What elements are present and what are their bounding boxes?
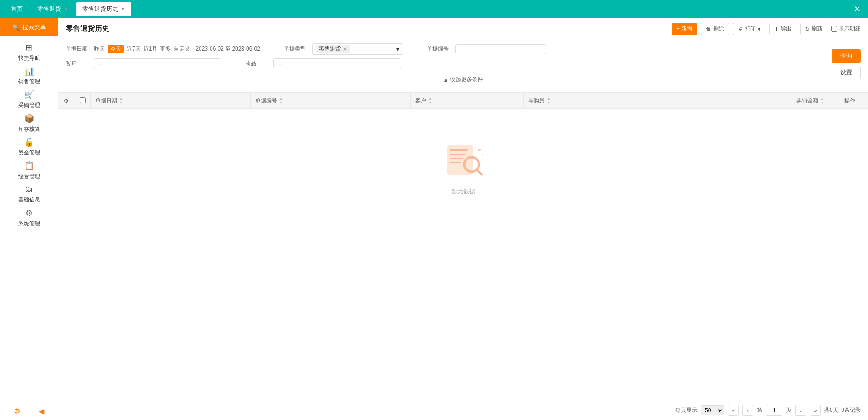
page-unit-label: 页 [786,406,791,414]
empty-state: 暂无数据 [58,109,868,232]
sidebar-item-finance-label: 资金管理 [18,149,40,157]
page-number-input[interactable] [766,405,782,416]
th-guide[interactable]: 导购员 ▲▼ [523,93,660,109]
inventory-icon: 📦 [24,113,34,123]
table-settings-icon[interactable]: ⚙ [64,98,69,104]
query-button[interactable]: 查询 [832,49,861,63]
last-page-button[interactable]: » [810,405,821,416]
delete-button[interactable]: 🗑 删除 [701,23,729,35]
basic-info-icon: 🗂 [25,184,33,194]
sidebar-item-finance[interactable]: 🔒 资金管理 [0,135,58,159]
table-wrapper: ⚙ 单据日期 ▲▼ 单据编号 [58,93,868,400]
filter-row-2: 客户 ... 商品 ... [66,58,861,68]
print-button[interactable]: 🖨 打印 ▾ [733,23,765,35]
sidebar-item-operations[interactable]: 📋 经营管理 [0,159,58,182]
doc-type-tag-remove[interactable]: ✕ [343,46,347,52]
tab-retail-return-history[interactable]: 零售退货历史 ✕ [76,2,131,16]
svg-rect-3 [450,158,463,159]
page-size-select[interactable]: 20 50 100 [701,405,724,415]
th-ops: 操作 [832,93,868,109]
empty-state-cell: 暂无数据 [58,109,868,232]
date-option-7days[interactable]: 近7天 [127,45,141,53]
export-button[interactable]: ⬆ 导出 [769,23,796,35]
date-option-more[interactable]: 更多 [160,45,171,53]
sidebar-item-quick-nav[interactable]: ⊞ 快捷导航 [0,40,58,64]
date-option-yesterday[interactable]: 昨天 [94,45,105,53]
sidebar-item-basic-info[interactable]: 🗂 基础信息 [0,182,58,206]
tab-home[interactable]: 首页 [5,2,29,16]
date-option-today[interactable]: 今天 [108,45,124,53]
collapse-button[interactable]: ▲ 收起更多条件 [443,74,483,85]
date-range-display: 2023-06-02 至 2023-06-02 [195,45,260,53]
window-close-icon[interactable]: ✕ [851,4,863,14]
toolbar: + 新增 🗑 删除 🖨 打印 ▾ ⬆ 导出 ↻ [672,23,861,35]
collapse-sidebar-icon[interactable]: ◀ [39,407,44,415]
pagination-bar: 每页显示 20 50 100 « ‹ 第 页 › » 共0页, 0条记录 [58,400,868,420]
th-customer[interactable]: 客户 ▲▼ [410,93,523,109]
tab-retail-return-label: 零售退货 [37,5,61,13]
th-customer-label: 客户 [415,97,426,105]
sidebar-item-operations-label: 经营管理 [18,173,40,180]
purchase-icon: 🛒 [24,90,34,100]
refresh-button[interactable]: ↻ 刷新 [800,23,827,35]
show-detail-checkbox[interactable] [831,26,837,32]
sidebar-search[interactable]: 🔍 搜索菜单 [0,18,58,36]
th-amount[interactable]: 实销金额 ▲▼ [660,93,832,109]
data-table: ⚙ 单据日期 ▲▼ 单据编号 [58,93,868,232]
select-all-checkbox[interactable] [80,97,86,103]
grid-icon: ⊞ [26,42,32,52]
settings-button[interactable]: 设置 [832,66,861,79]
svg-line-6 [477,169,482,174]
empty-illustration [441,136,486,182]
new-button[interactable]: + 新增 [672,23,697,35]
th-doc-no-label: 单据编号 [255,97,277,105]
doc-type-select[interactable]: 零售退货 ✕ ▾ [312,43,403,55]
goods-input[interactable]: ... [273,58,401,68]
delete-label: 删除 [713,25,724,33]
doc-no-filter-label: 单据编号 [427,45,450,53]
th-doc-no[interactable]: 单据编号 ▲▼ [250,93,410,109]
table-header-row: ⚙ 单据日期 ▲▼ 单据编号 [58,93,868,109]
export-label: 导出 [781,25,791,33]
total-label: 共0页, 0条记录 [824,406,861,414]
date-option-custom[interactable]: 自定义 [174,45,190,53]
th-ops-label: 操作 [844,97,855,104]
doc-type-filter-label: 单据类型 [284,45,307,53]
sales-icon: 📊 [24,66,34,76]
tab-retail-return[interactable]: 零售退货 ✕ [31,2,74,16]
date-filter-label: 单据日期 [66,45,88,53]
tab-retail-return-close[interactable]: ✕ [64,6,68,12]
tab-bar: 首页 零售退货 ✕ 零售退货历史 ✕ [5,2,851,16]
collapse-label: 收起更多条件 [450,76,483,83]
th-settings[interactable]: ⚙ [58,93,75,109]
finance-icon: 🔒 [24,137,34,147]
doc-date-sort-icon: ▲▼ [119,97,123,105]
settings-bottom-icon[interactable]: ⚙ [14,407,20,415]
goods-filter-label: 商品 [245,60,268,67]
next-page-button[interactable]: › [795,405,806,416]
date-options: 昨天 今天 近7天 近1月 更多 自定义 [94,45,190,53]
customer-input[interactable]: ... [94,58,221,68]
empty-text: 暂无数据 [452,187,475,195]
goods-dots: ... [277,60,282,67]
doc-no-input[interactable] [455,44,546,54]
collapse-row: ▲ 收起更多条件 [66,72,861,89]
sidebar-item-sales[interactable]: 📊 销售管理 [0,64,58,87]
date-option-1month[interactable]: 近1月 [144,45,158,53]
th-doc-date[interactable]: 单据日期 ▲▼ [90,93,250,109]
show-detail-checkbox-label[interactable]: 显示明细 [831,25,861,33]
sidebar-item-system[interactable]: ⚙ 系统管理 [0,206,58,230]
query-settings-area: 查询 设置 [832,49,861,79]
sidebar-item-inventory[interactable]: 📦 库存核算 [0,111,58,135]
export-icon: ⬆ [774,26,779,32]
th-checkbox[interactable] [75,93,90,109]
first-page-button[interactable]: « [728,405,739,416]
sidebar-items: ⊞ 快捷导航 📊 销售管理 🛒 采购管理 📦 库存核算 🔒 资金管理 📋 [0,36,58,402]
filter-area: 单据日期 昨天 今天 近7天 近1月 更多 自定义 2023-06-02 至 2… [66,40,861,92]
sidebar-item-system-label: 系统管理 [18,220,40,228]
tab-retail-return-history-close[interactable]: ✕ [121,6,125,12]
search-icon: 🔍 [12,24,20,31]
sidebar-search-label: 搜索菜单 [22,23,46,31]
prev-page-button[interactable]: ‹ [742,405,753,416]
sidebar-item-purchase[interactable]: 🛒 采购管理 [0,87,58,111]
